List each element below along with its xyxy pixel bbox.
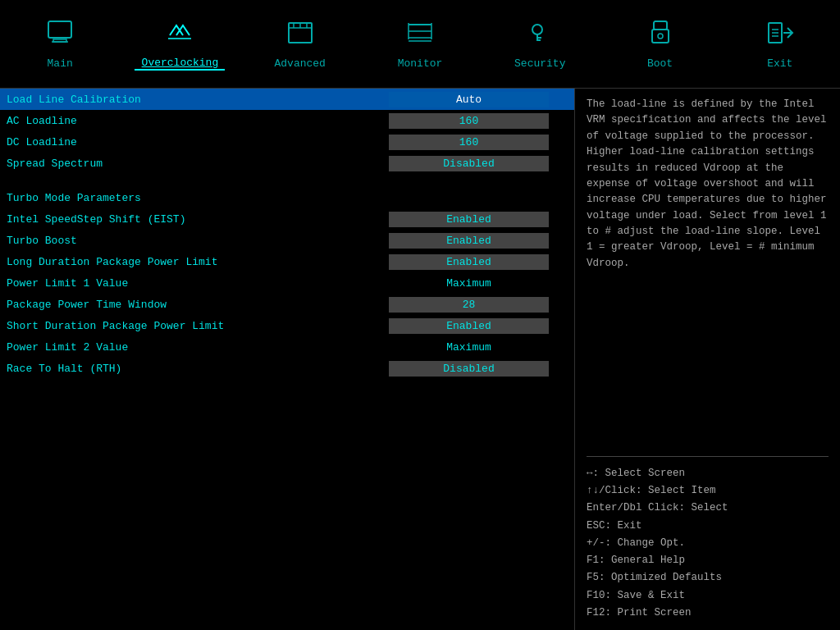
setting-row-ac-loadline[interactable]: AC Loadline160 — [0, 110, 574, 131]
info-key-item: F10: Save & Exit — [587, 587, 829, 605]
setting-row-long-duration[interactable]: Long Duration Package Power LimitEnabled — [0, 251, 574, 272]
nav-label-advanced: Advanced — [274, 57, 325, 70]
nav-label-monitor: Monitor — [398, 57, 443, 70]
nav-item-exit[interactable]: Exit — [735, 20, 825, 70]
info-keys: ↔: Select Screen↑↓/Click: Select ItemEnt… — [587, 465, 829, 622]
info-key-item: F5: Optimized Defaults — [587, 569, 829, 587]
nav-label-main: Main — [48, 57, 73, 70]
setting-name-turbo-boost: Turbo Boost — [3, 235, 389, 247]
setting-name-turbo-mode: Turbo Mode Parameters — [3, 192, 389, 204]
setting-name-pkg-power-time: Package Power Time Window — [3, 299, 389, 311]
setting-value-ac-loadline: 160 — [389, 113, 549, 129]
overclocking-icon — [165, 19, 194, 52]
setting-row-intel-speedstep[interactable]: Intel SpeedStep Shift (EIST)Enabled — [0, 208, 574, 230]
svg-rect-0 — [48, 21, 71, 38]
nav-label-security: Security — [514, 57, 565, 70]
nav-item-boot[interactable]: Boot — [615, 20, 705, 70]
setting-row-load-line-cal[interactable]: Load Line CalibrationAuto — [0, 89, 574, 110]
setting-value-spread-spectrum: Disabled — [389, 156, 549, 171]
info-key-item: F12: Print Screen — [587, 605, 829, 622]
setting-value-race-to-halt: Disabled — [389, 361, 549, 377]
setting-row-race-to-halt[interactable]: Race To Halt (RTH)Disabled — [0, 358, 574, 379]
setting-name-spread-spectrum: Spread Spectrum — [3, 158, 389, 170]
setting-value-load-line-cal: Auto — [389, 92, 549, 107]
info-panel: The load-line is defined by the Intel VR… — [574, 89, 840, 630]
nav-item-main[interactable]: Main — [15, 20, 105, 70]
info-key-item: ESC: Exit — [587, 518, 829, 535]
info-key-item: +/-: Change Opt. — [587, 535, 829, 552]
info-key-item: ↔: Select Screen — [587, 465, 829, 482]
top-nav: Main Overclocking Advanced — [0, 0, 840, 89]
main-icon — [45, 20, 75, 52]
setting-value-long-duration: Enabled — [389, 254, 549, 270]
setting-name-long-duration: Long Duration Package Power Limit — [3, 256, 389, 268]
setting-row-turbo-mode[interactable]: Turbo Mode Parameters — [0, 187, 574, 208]
setting-value-turbo-boost: Enabled — [389, 233, 549, 249]
nav-label-exit: Exit — [767, 57, 792, 70]
info-key-item: Enter/Dbl Click: Select — [587, 500, 829, 517]
setting-row-pkg-power-time[interactable]: Package Power Time Window28 — [0, 294, 574, 315]
setting-row-dc-loadline[interactable]: DC Loadline160 — [0, 131, 574, 153]
nav-label-boot: Boot — [647, 57, 673, 70]
svg-rect-19 — [654, 21, 667, 30]
svg-rect-20 — [652, 30, 669, 43]
setting-value-short-duration: Enabled — [389, 318, 549, 334]
nav-item-advanced[interactable]: Advanced — [255, 20, 345, 70]
nav-item-security[interactable]: Security — [495, 20, 585, 70]
setting-name-short-duration: Short Duration Package Power Limit — [3, 320, 389, 332]
setting-row-turbo-boost[interactable]: Turbo BoostEnabled — [0, 230, 574, 251]
monitor-icon — [405, 20, 435, 52]
boot-icon — [646, 20, 675, 52]
setting-value-pkg-power-time: 28 — [389, 297, 549, 313]
setting-value-dc-loadline: 160 — [389, 135, 549, 150]
exit-icon — [765, 20, 795, 52]
setting-row-power-limit-1[interactable]: Power Limit 1 ValueMaximum — [0, 272, 574, 294]
settings-panel: Load Line CalibrationAutoAC Loadline160D… — [0, 89, 574, 630]
svg-point-15 — [532, 25, 542, 34]
setting-name-load-line-cal: Load Line Calibration — [3, 94, 389, 106]
setting-name-power-limit-1: Power Limit 1 Value — [3, 277, 389, 290]
svg-point-21 — [658, 34, 663, 39]
nav-item-overclocking[interactable]: Overclocking — [135, 19, 225, 71]
nav-label-overclocking: Overclocking — [142, 57, 219, 69]
main-content: Load Line CalibrationAutoAC Loadline160D… — [0, 89, 840, 630]
security-icon — [525, 20, 555, 52]
setting-value-intel-speedstep: Enabled — [389, 212, 549, 227]
setting-name-ac-loadline: AC Loadline — [3, 115, 389, 127]
setting-name-race-to-halt: Race To Halt (RTH) — [3, 363, 389, 375]
setting-value-power-limit-1: Maximum — [389, 277, 549, 290]
setting-name-dc-loadline: DC Loadline — [3, 136, 389, 148]
setting-row-spread-spectrum[interactable]: Spread SpectrumDisabled — [0, 153, 574, 174]
advanced-icon — [285, 20, 315, 52]
info-divider — [587, 456, 829, 457]
setting-name-intel-speedstep: Intel SpeedStep Shift (EIST) — [3, 213, 389, 226]
setting-name-power-limit-2: Power Limit 2 Value — [3, 341, 389, 354]
setting-row-short-duration[interactable]: Short Duration Package Power LimitEnable… — [0, 315, 574, 336]
info-key-item: F1: General Help — [587, 552, 829, 569]
spacer-row — [0, 174, 574, 187]
info-key-item: ↑↓/Click: Select Item — [587, 482, 829, 500]
setting-row-power-limit-2[interactable]: Power Limit 2 ValueMaximum — [0, 336, 574, 358]
setting-value-power-limit-2: Maximum — [389, 341, 549, 354]
nav-item-monitor[interactable]: Monitor — [375, 20, 465, 70]
info-description: The load-line is defined by the Intel VR… — [587, 97, 829, 445]
